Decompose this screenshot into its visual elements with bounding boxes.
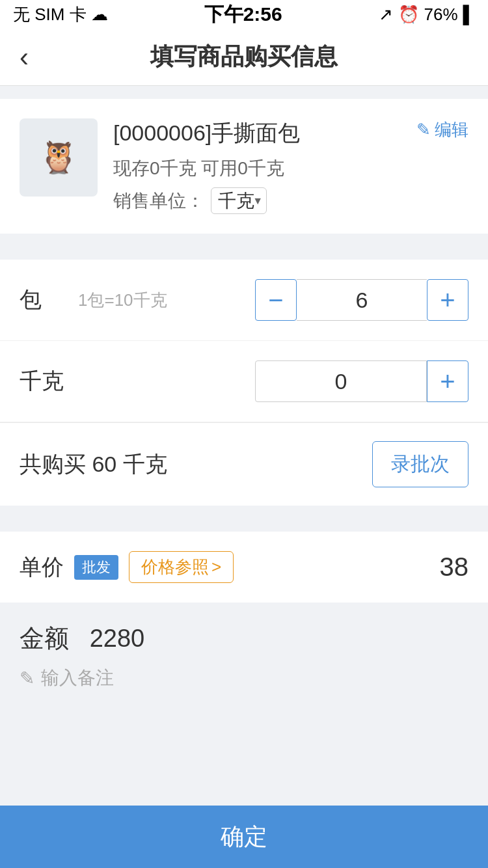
unit-label: 销售单位： <box>113 189 204 213</box>
battery-icon: ▌ <box>463 5 475 25</box>
price-value: 38 <box>440 552 469 582</box>
page-title: 填写商品购买信息 <box>150 41 338 73</box>
product-card: 🦉 [0000006]手撕面包 现存0千克 可用0千克 销售单位： 千克 ✎ 编… <box>0 99 488 234</box>
location-icon: ↗ <box>379 5 393 25</box>
status-left: 无 SIM 卡 ☁ <box>13 3 108 26</box>
pack-label: 包 <box>20 285 72 315</box>
sim-label: 无 SIM 卡 ☁ <box>13 3 108 26</box>
kg-input[interactable] <box>255 360 427 402</box>
amount-value: 2280 <box>90 625 145 652</box>
price-ref-label: 价格参照 <box>141 556 209 578</box>
price-tag: 批发 <box>74 555 118 580</box>
battery-label: 76% <box>424 5 458 25</box>
product-info: [0000006]手撕面包 现存0千克 可用0千克 销售单位： 千克 <box>113 118 468 214</box>
product-unit-row: 销售单位： 千克 <box>113 187 468 214</box>
kg-label: 千克 <box>20 366 72 396</box>
edit-label: 编辑 <box>435 118 468 141</box>
pack-plus-button[interactable]: + <box>427 279 468 321</box>
price-ref-chevron-icon: > <box>211 557 221 577</box>
kg-row: 千克 + <box>0 341 488 422</box>
price-ref-button[interactable]: 价格参照 > <box>129 551 234 583</box>
edit-button[interactable]: ✎ 编辑 <box>416 118 468 141</box>
total-row: 共购买 60 千克 录批次 <box>0 422 488 506</box>
pack-input[interactable] <box>297 279 427 321</box>
pack-hint: 1包=10千克 <box>78 289 255 312</box>
unit-select[interactable]: 千克 <box>211 187 267 214</box>
product-stock: 现存0千克 可用0千克 <box>113 156 468 181</box>
product-logo-icon: 🦉 <box>39 139 78 176</box>
status-bar: 无 SIM 卡 ☁ 下午2:56 ↗ ⏰ 76% ▌ <box>0 0 488 29</box>
pack-minus-button[interactable]: − <box>255 279 297 321</box>
price-label: 单价 <box>20 552 64 582</box>
amount-section: 金额 2280 ✎ 输入备注 <box>0 603 488 703</box>
batch-button[interactable]: 录批次 <box>372 441 468 487</box>
amount-row: 金额 2280 <box>20 622 468 655</box>
divider-1 <box>0 234 488 247</box>
amount-label: 金额 <box>20 625 69 652</box>
kg-controls: + <box>255 360 468 402</box>
product-name: [0000006]手撕面包 <box>113 118 468 148</box>
alarm-icon: ⏰ <box>398 5 419 25</box>
pack-row: 包 1包=10千克 − + <box>0 260 488 341</box>
price-section: 单价 批发 价格参照 > 38 <box>0 532 488 603</box>
unit-select-wrap[interactable]: 千克 <box>211 187 267 214</box>
product-image: 🦉 <box>20 118 98 197</box>
quantity-section: 包 1包=10千克 − + 千克 + 共购买 60 千克 录批次 <box>0 260 488 506</box>
confirm-label: 确定 <box>221 821 267 853</box>
back-button[interactable]: ‹ <box>20 42 29 73</box>
pack-controls: − + <box>255 279 468 321</box>
status-right: ↗ ⏰ 76% ▌ <box>379 5 475 25</box>
confirm-button[interactable]: 确定 <box>0 806 488 868</box>
edit-icon: ✎ <box>416 120 431 140</box>
divider-2 <box>0 506 488 519</box>
note-icon: ✎ <box>20 668 34 689</box>
note-placeholder[interactable]: 输入备注 <box>41 666 114 690</box>
note-row[interactable]: ✎ 输入备注 <box>20 666 468 690</box>
status-time: 下午2:56 <box>204 1 282 28</box>
nav-bar: ‹ 填写商品购买信息 <box>0 29 488 86</box>
total-text: 共购买 60 千克 <box>20 450 167 480</box>
kg-plus-button[interactable]: + <box>427 360 468 402</box>
